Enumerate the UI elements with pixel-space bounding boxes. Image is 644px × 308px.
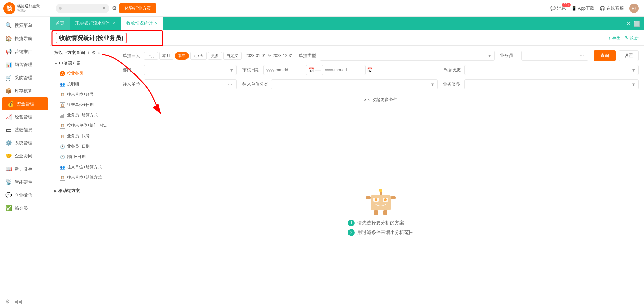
date-btn-last-month[interactable]: 上月 — [144, 52, 158, 60]
filter-settings-btn[interactable]: ⚙ — [92, 50, 96, 55]
date-btn-more[interactable]: 更多 — [208, 52, 222, 60]
sidebar-item-member[interactable]: ✅ 畅会员 — [0, 202, 50, 215]
topbar-app-download-btn[interactable]: 📱 App下载 — [571, 5, 594, 11]
sidebar-item-finance[interactable]: 💰 资金管理 — [2, 97, 48, 110]
sidebar-collapse-btn[interactable]: ◀◀ — [14, 298, 22, 305]
sidebar-item-search-menu[interactable]: 🔍 搜索菜单 — [0, 19, 50, 32]
topbar-left: ▼ ⚙ 体验行业方案 — [56, 3, 546, 13]
desktop-scheme-group-title[interactable]: ▼ 电脑端方案 — [50, 58, 117, 68]
date-range-display: 2023-01-01 至 2023-12-31 — [246, 53, 293, 59]
tab-bank-flow[interactable]: 现金银行流水查询 ✕ — [70, 17, 121, 30]
sidebar-item-quick-nav[interactable]: 🏠 快捷导航 — [0, 32, 50, 45]
department-select[interactable]: ▼ — [144, 65, 237, 75]
topbar-user-avatar[interactable]: Rit — [629, 4, 639, 13]
scheme-item-salesman-settle[interactable]: 业务员+结算方式 — [50, 110, 117, 120]
audit-date-from-input[interactable] — [263, 65, 307, 75]
business-type-chevron-icon: ▼ — [631, 82, 636, 87]
topbar-messages-btn[interactable]: 💬 消息 99+ — [550, 5, 566, 11]
window-maximize-icon[interactable]: ⬜ — [633, 20, 640, 27]
sidebar-item-system[interactable]: ⚙️ 系统管理 — [0, 136, 50, 149]
filter-add-btn[interactable]: + — [87, 50, 90, 55]
svg-point-10 — [379, 189, 382, 192]
scheme-item-by-detail[interactable]: 👥 按明细 — [50, 79, 117, 89]
sidebar-item-business[interactable]: 📈 经营管理 — [0, 110, 50, 123]
filter-field-partner: 往来单位 ··· — [123, 79, 237, 89]
date-btn-custom[interactable]: 自定义 — [223, 52, 241, 60]
sidebar-item-wechat[interactable]: 💬 企业微信 — [0, 189, 50, 202]
tab-bank-flow-close[interactable]: ✕ — [112, 21, 115, 26]
scheme-item-partner-date[interactable]: 📋 往来单位+日期 — [50, 100, 117, 110]
collapse-up-icon: ∧∧ — [364, 97, 370, 102]
business-type-select[interactable]: ▼ — [464, 79, 639, 89]
export-btn[interactable]: ↑ 导出 — [609, 35, 621, 41]
partner-category-chevron-icon: ▼ — [430, 82, 435, 87]
sidebar-menu: 🔍 搜索菜单 🏠 快捷导航 📢 营销推广 📊 销售管理 🛒 采购管理 📦 库存核… — [0, 17, 50, 295]
tab-bank-flow-label: 现金银行流水查询 — [75, 20, 110, 27]
sidebar-item-guide[interactable]: 📖 新手引导 — [0, 162, 50, 175]
topbar-promo-btn[interactable]: 体验行业方案 — [119, 3, 156, 13]
sidebar-item-cooperation[interactable]: 🤝 企业协同 — [0, 149, 50, 162]
scheme-item-salesman-date[interactable]: 🕐 业务员+日期 — [50, 141, 117, 152]
desktop-scheme-group: ▼ 电脑端方案 人 按业务员 👥 按明细 📋 往来单位+账号 📋 往 — [50, 58, 117, 183]
sidebar-settings-btn[interactable]: ⚙ — [5, 298, 10, 305]
desktop-scheme-label: 电脑端方案 — [59, 60, 81, 66]
department-label: 部门 — [123, 67, 141, 73]
sidebar-item-label: 新手引导 — [15, 166, 32, 172]
audit-date-to-input[interactable] — [322, 65, 366, 75]
topbar-user-area[interactable]: ▼ — [56, 4, 109, 13]
sidebar-item-hardware[interactable]: 📡 智能硬件 — [0, 175, 50, 189]
salesman-select[interactable]: ··· — [521, 51, 588, 61]
window-close-icon[interactable]: ✕ — [626, 20, 631, 27]
settings-btn[interactable]: 设置 — [619, 50, 639, 61]
audit-date-from-cal-icon[interactable]: 📅 — [308, 67, 314, 73]
audit-date-to-cal-icon[interactable]: 📅 — [367, 67, 373, 73]
search-icon: 🔍 — [5, 22, 12, 29]
topbar: ▼ ⚙ 体验行业方案 💬 消息 99+ 📱 App下载 🎧 在线客服 Rit — [50, 0, 644, 17]
scheme-item-partner-settle2[interactable]: 📋 往来单位+结算方式 — [50, 172, 117, 183]
tab-bar: 首页 现金银行流水查询 ✕ 收款情况统计 ✕ ✕ ⬜ — [50, 17, 644, 30]
partner-category-select[interactable]: ▼ — [271, 79, 438, 89]
sidebar-item-label: 畅会员 — [15, 205, 28, 211]
scheme-item-partner-dept-receipt[interactable]: 📋 按往来单位+部门+收... — [50, 120, 117, 131]
sidebar-item-basic-info[interactable]: 🗃 基础信息 — [0, 123, 50, 136]
date-field-label: 单据日期 — [123, 53, 141, 59]
mobile-scheme-label: 移动端方案 — [58, 188, 80, 194]
date-btn-this-month[interactable]: 本月 — [159, 52, 173, 60]
date-btn-7days[interactable]: 近7天 — [190, 52, 207, 60]
guide-icon: 📖 — [5, 166, 12, 172]
sidebar-item-marketing[interactable]: 📢 营销推广 — [0, 45, 50, 58]
partner-select[interactable]: ··· — [144, 79, 237, 89]
scheme-item-partner-account[interactable]: 📋 往来单位+账号 — [50, 89, 117, 100]
collapse-bar[interactable]: ∧∧ 收起更多条件 — [123, 93, 639, 106]
scheme-active-icon: 人 — [60, 71, 65, 76]
refresh-btn[interactable]: ↻ 刷新 — [625, 35, 639, 41]
topbar-gear-icon[interactable]: ⚙ — [112, 5, 117, 11]
filter-row-2: 部门 ▼ 审核日期 📅 — 📅 — [123, 65, 639, 75]
topbar-online-service-btn[interactable]: 🎧 在线客服 — [600, 5, 624, 11]
sidebar-item-purchase[interactable]: 🛒 采购管理 — [0, 71, 50, 84]
svg-rect-6 — [383, 210, 387, 215]
marketing-icon: 📢 — [5, 48, 12, 55]
sidebar-item-sales[interactable]: 📊 销售管理 — [0, 58, 50, 71]
scheme-item-partner-settle1[interactable]: 👥 往来单位+结算方式 — [50, 162, 117, 172]
tab-home[interactable]: 首页 — [50, 17, 70, 30]
tab-receipt-stats[interactable]: 收款情况统计 ✕ — [121, 17, 163, 30]
sidebar-item-label: 快捷导航 — [15, 36, 32, 42]
doc-type-select[interactable]: ▼ — [320, 51, 495, 61]
sidebar-item-inventory[interactable]: 📦 库存核算 — [0, 84, 50, 97]
scheme-item-dept-date[interactable]: 🕐 部门+日期 — [50, 152, 117, 162]
salesman-ellipsis-btn[interactable]: ··· — [578, 53, 585, 59]
scheme-item-by-salesman[interactable]: 人 按业务员 — [50, 68, 117, 79]
scheme-item-salesman-account[interactable]: 📋 业务员+账号 — [50, 131, 117, 141]
doc-status-select[interactable]: ▼ — [464, 65, 639, 75]
filter-collapse-btn[interactable]: « — [98, 50, 101, 55]
query-btn[interactable]: 查询 — [594, 50, 616, 61]
date-btn-this-year[interactable]: 本年 — [175, 52, 189, 60]
app-download-icon: 📱 — [571, 6, 577, 11]
user-avatar-dot — [59, 7, 62, 10]
system-icon: ⚙️ — [5, 140, 12, 146]
filter-bar: 单据日期 上月 本月 本年 近7天 更多 自定义 2023-01-01 至 — [117, 46, 644, 111]
partner-ellipsis-btn[interactable]: ··· — [227, 81, 234, 87]
mobile-scheme-group-title[interactable]: ▶ 移动端方案 — [50, 186, 117, 196]
tab-receipt-stats-close[interactable]: ✕ — [155, 21, 158, 26]
